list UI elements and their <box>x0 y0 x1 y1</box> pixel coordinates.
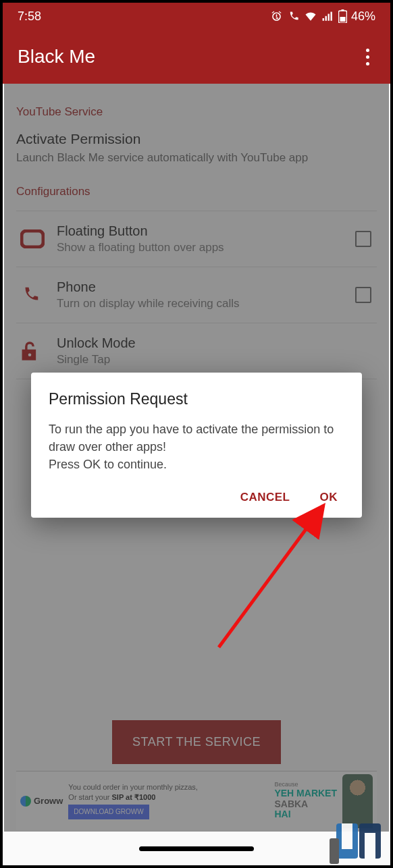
alarm-icon <box>270 10 283 23</box>
svg-rect-10 <box>330 838 339 864</box>
svg-rect-2 <box>341 9 344 11</box>
ok-button[interactable]: OK <box>317 487 341 508</box>
wifi-icon <box>304 9 317 23</box>
app-bar: Black Me <box>3 30 390 84</box>
nav-pill <box>139 846 254 851</box>
cancel-button[interactable]: CANCEL <box>238 487 293 508</box>
call-wifi-icon <box>287 10 300 23</box>
dialog-body: To run the app you have to activate the … <box>49 421 344 473</box>
svg-rect-1 <box>340 17 345 22</box>
battery-icon <box>338 9 347 23</box>
app-title: Black Me <box>18 46 95 67</box>
signal-icon <box>321 10 334 23</box>
status-icons: 46% <box>270 9 375 24</box>
permission-request-dialog: Permission Request To run the app you ha… <box>31 373 362 518</box>
status-time: 7:58 <box>18 9 41 24</box>
overflow-menu-icon[interactable] <box>359 43 375 70</box>
status-bar: 7:58 46% <box>3 3 390 30</box>
svg-rect-7 <box>342 823 352 849</box>
gadgets-to-use-watermark <box>330 818 390 865</box>
battery-percent: 46% <box>351 9 375 24</box>
svg-rect-9 <box>365 833 375 859</box>
dialog-title: Permission Request <box>49 390 344 408</box>
